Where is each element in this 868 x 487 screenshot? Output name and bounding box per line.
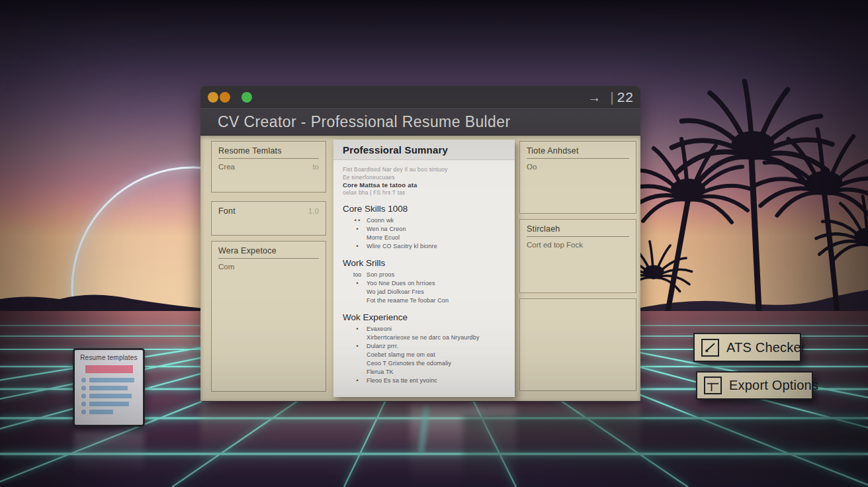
window-control-maximize[interactable] — [241, 92, 252, 103]
panel-field-label: Crea — [218, 163, 235, 171]
vaporwave-desktop-scene: → |22 CV Creator - Professional Resume B… — [0, 0, 868, 487]
panel-field-label: Cort ed top Fock — [527, 241, 583, 249]
font-size-value: 1.0 — [308, 207, 319, 215]
resume-body: Fist Boardised Nar dey Il au boo sintuoy… — [333, 160, 515, 385]
resume-section-title: Professioral Sumnary — [333, 140, 515, 160]
card-line — [75, 402, 143, 406]
summary-line: Ee sinerfoneucuaes — [343, 174, 505, 182]
panel-title: Font — [218, 206, 236, 216]
ats-checker-button[interactable]: ATS Checker — [693, 333, 801, 362]
panel-field-value: to — [312, 163, 319, 171]
panel-title: Wera Expetoce — [218, 246, 319, 259]
list-item: •Wlire CO Sacitry kl bionre — [348, 242, 505, 251]
list-item: Wo jad Diolkoar Fres — [348, 288, 505, 296]
section-heading-work-skills: Work Srills — [343, 258, 505, 268]
list-item: • •Coonn wk — [348, 216, 505, 225]
bullet-dot — [81, 386, 86, 390]
panel-structure[interactable]: Stirclaeh Cort ed top Fock — [519, 219, 636, 293]
titlebar: → |22 — [200, 86, 640, 108]
panel-field-label: Com — [218, 263, 234, 271]
summary-line: Core Mattsa te tatoo ata — [343, 181, 505, 189]
list-item: •Yoo Nne Dues on hrrioes — [348, 279, 505, 288]
list-item: Xirberrtcarieoxe se ne darc oa Nryaurdby — [348, 333, 505, 342]
pen-check-icon — [701, 339, 719, 357]
list-item: Flerua TK — [348, 368, 505, 376]
layout-grid-icon — [704, 376, 722, 394]
work-skills-list: tooSon proos •Yoo Nne Dues on hrrioes Wo… — [343, 271, 505, 305]
panel-empty[interactable] — [519, 298, 636, 391]
panel-resume-templates[interactable]: Resome Temlats Crea to — [211, 141, 326, 193]
window-title: CV Creator - Professional Resume Bulder — [200, 113, 511, 131]
text-line — [89, 410, 113, 414]
section-heading-core-skills: Core Skills 1008 — [343, 204, 505, 214]
work-experience-list: •Evaxeoni Xirberrtcarieoxe se ne darc oa… — [343, 325, 505, 385]
window-control-minimize[interactable] — [220, 92, 230, 103]
panel-note-checker[interactable]: Tiote Anhdset Oo — [519, 141, 636, 214]
summary-line: Fist Boardised Nar dey Il au boo sintuoy — [343, 166, 505, 174]
list-item: Coebet slamg me om eat — [348, 351, 505, 359]
list-item: •Wen na Creon — [348, 225, 505, 234]
panel-title: Tiote Anhdset — [527, 146, 629, 159]
forward-arrow-icon[interactable]: → — [587, 91, 601, 104]
panel-work-experience[interactable]: Wera Expetoce Com — [211, 241, 326, 392]
line-counter: |22 — [610, 89, 634, 105]
summary-line: oelax bha | FS hrs T tas — [343, 189, 505, 197]
text-line — [89, 378, 134, 382]
core-skills-list: • •Coonn wk •Wen na Creon Morre Ecuol •W… — [343, 216, 505, 251]
bullet-dot — [81, 394, 86, 398]
bullet-dot — [81, 410, 86, 414]
list-item: tooSon proos — [348, 271, 505, 279]
card-line — [75, 378, 143, 382]
card-accent-bar — [85, 365, 133, 373]
editor-content: Resome Temlats Crea to Font 1.0 Wera Exp… — [200, 136, 640, 401]
list-item: Morre Ecuol — [348, 234, 505, 242]
button-label: Export Options — [729, 378, 818, 393]
resume-template-card[interactable]: Resume templates — [73, 348, 145, 427]
panel-font[interactable]: Font 1.0 — [211, 201, 326, 236]
button-label: ATS Checker — [726, 340, 806, 355]
export-options-button[interactable]: Export Options — [696, 371, 813, 400]
list-item: Ceoo T Grixnotes the odomaliy — [348, 359, 505, 368]
window-control-close[interactable] — [208, 92, 218, 103]
panel-title: Resome Temlats — [218, 146, 319, 159]
list-item: Fot the reaame Te foobar Con — [348, 296, 505, 305]
card-line — [75, 386, 143, 390]
text-line — [89, 386, 128, 390]
text-line — [89, 402, 129, 406]
list-item: •Fleoo Es sa tte ent yvoinc — [348, 376, 505, 385]
card-line — [75, 410, 143, 414]
bullet-dot — [81, 402, 86, 406]
app-window: → |22 CV Creator - Professional Resume B… — [200, 86, 640, 402]
section-heading-work-experience: Wok Experience — [343, 312, 505, 322]
panel-title: Stirclaeh — [527, 224, 629, 237]
resume-preview[interactable]: Professioral Sumnary Fist Boardised Nar … — [333, 140, 515, 397]
list-item: •Dulanz prrr. — [348, 342, 505, 351]
panel-field-label: Oo — [527, 163, 537, 171]
bullet-dot — [81, 378, 86, 382]
text-line — [89, 394, 132, 398]
card-title: Resume templates — [75, 354, 143, 361]
window-header: CV Creator - Professional Resume Bulder — [200, 108, 640, 136]
card-line — [75, 394, 143, 398]
list-item: •Evaxeoni — [348, 325, 505, 333]
